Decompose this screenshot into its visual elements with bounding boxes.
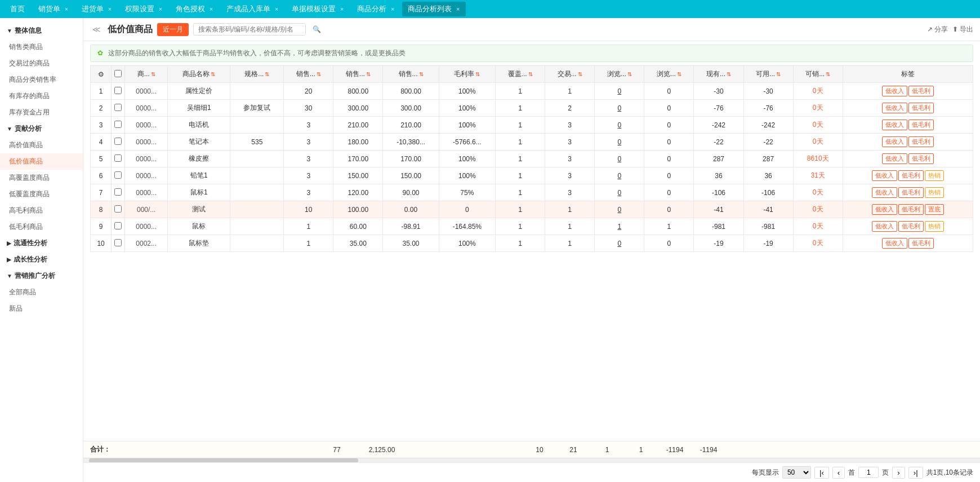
- next-page-button[interactable]: ›: [892, 467, 905, 479]
- nav-product-analysis[interactable]: 商品分析 ×: [351, 2, 400, 16]
- col-current[interactable]: 现有...⇅: [694, 66, 743, 83]
- row-view1[interactable]: 0: [595, 151, 644, 167]
- row-current: -106: [694, 184, 743, 201]
- row-saleable: 0天: [793, 184, 843, 201]
- row-view1[interactable]: 0: [595, 235, 644, 252]
- col-available[interactable]: 可用...⇅: [743, 66, 793, 83]
- col-sale1[interactable]: 销售...⇅: [284, 66, 333, 83]
- sidebar-group-overview[interactable]: ▼ 整体信息: [0, 23, 83, 39]
- row-checkbox[interactable]: [112, 117, 125, 134]
- arrow-icon: ▼: [7, 28, 12, 34]
- row-name: 铅笔1: [168, 167, 230, 184]
- sidebar-group-growth[interactable]: ▶ 成长性分析: [0, 251, 83, 268]
- nav-close-purchase[interactable]: ×: [108, 6, 112, 12]
- sidebar-item-new-goods[interactable]: 新品: [0, 300, 83, 317]
- nav-product-storage[interactable]: 产成品入库单 ×: [221, 2, 284, 16]
- collapse-button[interactable]: ≪: [90, 23, 103, 36]
- row-cover: 1: [496, 100, 545, 117]
- select-all-checkbox[interactable]: [114, 70, 122, 77]
- row-view1[interactable]: 0: [595, 184, 644, 201]
- nav-close-product-storage[interactable]: ×: [275, 6, 278, 12]
- row-checkbox[interactable]: [112, 184, 125, 201]
- share-button[interactable]: ↗ 分享: [927, 25, 948, 34]
- row-view1[interactable]: 0: [595, 117, 644, 134]
- search-input[interactable]: [193, 23, 306, 36]
- row-checkbox[interactable]: [112, 235, 125, 252]
- row-checkbox[interactable]: [112, 83, 125, 100]
- sidebar-group-circulation[interactable]: ▶ 流通性分析: [0, 235, 83, 251]
- nav-sales-order[interactable]: 销货单 ×: [33, 2, 74, 16]
- row-checkbox[interactable]: [112, 100, 125, 117]
- nav-close-template[interactable]: ×: [340, 6, 344, 12]
- col-saleable[interactable]: 可销...⇅: [793, 66, 843, 83]
- sidebar-item-low-value[interactable]: 低价值商品: [0, 153, 83, 170]
- export-button[interactable]: ⬆ 导出: [952, 25, 973, 34]
- row-view1[interactable]: 0: [595, 83, 644, 100]
- col-code[interactable]: 商...⇅: [125, 66, 168, 83]
- row-checkbox[interactable]: [112, 167, 125, 184]
- row-view1[interactable]: 1: [595, 218, 644, 235]
- table-row: 3 0000... 电话机 3 210.00 210.00 100% 1 3 0…: [91, 117, 973, 134]
- scrollbar-track[interactable]: [83, 458, 980, 462]
- table-row: 4 0000... 笔记本 535 3 180.00 -10,380... -5…: [91, 134, 973, 151]
- row-current: 36: [694, 167, 743, 184]
- row-checkbox[interactable]: [112, 201, 125, 218]
- filter-button[interactable]: 近一月: [157, 23, 189, 36]
- nav-purchase-order[interactable]: 进货单 ×: [76, 2, 117, 16]
- prev-page-button[interactable]: ‹: [832, 467, 845, 479]
- sidebar-group-contribution[interactable]: ▼ 贡献分析: [0, 121, 83, 137]
- sidebar-item-low-margin[interactable]: 低毛利商品: [0, 219, 83, 235]
- nav-role[interactable]: 角色授权 ×: [170, 2, 219, 16]
- nav-close-product-analysis-list[interactable]: ×: [456, 6, 460, 12]
- nav-permission[interactable]: 权限设置 ×: [119, 2, 168, 16]
- row-checkbox[interactable]: [112, 218, 125, 235]
- sidebar-item-traded-goods[interactable]: 交易过的商品: [0, 55, 83, 72]
- nav-home[interactable]: 首页: [5, 2, 30, 16]
- sidebar-item-stock-goods[interactable]: 有库存的商品: [0, 88, 83, 104]
- row-spec: [230, 167, 284, 184]
- last-page-button[interactable]: ›|: [908, 467, 923, 479]
- col-sale2[interactable]: 销售...⇅: [333, 66, 383, 83]
- row-cover: 1: [496, 201, 545, 218]
- row-no: 8: [91, 201, 112, 218]
- sidebar-item-high-value[interactable]: 高价值商品: [0, 137, 83, 153]
- col-name[interactable]: 商品名称⇅: [168, 66, 230, 83]
- row-cover: 1: [496, 235, 545, 252]
- sidebar-item-all-goods[interactable]: 全部商品: [0, 284, 83, 300]
- nav-close-product-analysis[interactable]: ×: [391, 6, 394, 12]
- page-number-input[interactable]: [858, 467, 879, 478]
- row-saleable: 0天: [793, 134, 843, 151]
- sidebar-item-low-coverage[interactable]: 低覆盖度商品: [0, 186, 83, 202]
- row-view1[interactable]: 0: [595, 201, 644, 218]
- nav-product-analysis-list[interactable]: 商品分析列表 ×: [402, 2, 465, 16]
- col-view2[interactable]: 浏览...⇅: [644, 66, 694, 83]
- col-margin[interactable]: 毛利率⇅: [439, 66, 495, 83]
- nav-close-role[interactable]: ×: [210, 6, 213, 12]
- row-code: 0000...: [125, 100, 168, 117]
- nav-close-sales[interactable]: ×: [65, 6, 68, 12]
- per-page-select[interactable]: 50 100 200: [782, 466, 811, 479]
- sidebar-group-marketing[interactable]: ▼ 营销推广分析: [0, 268, 83, 284]
- col-view1[interactable]: 浏览...⇅: [595, 66, 644, 83]
- row-trade: 3: [545, 117, 595, 134]
- sidebar-item-sales-goods[interactable]: 销售类商品: [0, 39, 83, 55]
- col-select-all[interactable]: [112, 66, 125, 83]
- sidebar-item-category-rate[interactable]: 商品分类销售率: [0, 72, 83, 88]
- nav-template[interactable]: 单据模板设置 ×: [286, 2, 349, 16]
- sidebar-item-high-coverage[interactable]: 高覆盖度商品: [0, 170, 83, 186]
- col-trade[interactable]: 交易...⇅: [545, 66, 595, 83]
- col-settings[interactable]: ⚙: [91, 66, 112, 83]
- first-page-button[interactable]: |‹: [814, 467, 829, 479]
- sidebar-item-high-margin[interactable]: 高毛利商品: [0, 202, 83, 219]
- row-checkbox[interactable]: [112, 151, 125, 167]
- col-spec[interactable]: 规格...⇅: [230, 66, 284, 83]
- row-view1[interactable]: 0: [595, 100, 644, 117]
- row-view1[interactable]: 0: [595, 134, 644, 151]
- nav-close-permission[interactable]: ×: [159, 6, 162, 12]
- row-view1[interactable]: 0: [595, 167, 644, 184]
- col-cover[interactable]: 覆盖...⇅: [496, 66, 545, 83]
- row-checkbox[interactable]: [112, 134, 125, 151]
- sidebar-item-stock-fund[interactable]: 库存资金占用: [0, 104, 83, 121]
- col-sale3[interactable]: 销售...⇅: [383, 66, 439, 83]
- search-icon[interactable]: 🔍: [313, 25, 321, 33]
